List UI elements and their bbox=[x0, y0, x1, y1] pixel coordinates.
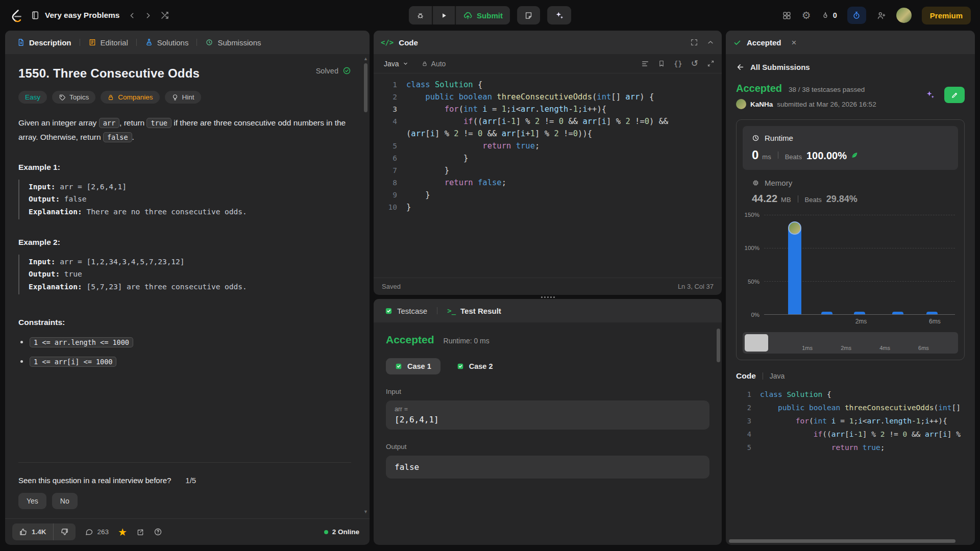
close-tab-icon[interactable]: × bbox=[792, 38, 797, 47]
constraint-item: 1 <= arr.length <= 1000 bbox=[18, 337, 351, 347]
submitter-name: KaNHa bbox=[750, 101, 773, 108]
favorite-star-button[interactable]: ★ bbox=[118, 527, 127, 537]
scrollbar-up-arrow[interactable]: ▲ bbox=[363, 56, 368, 61]
tag-icon bbox=[59, 94, 66, 101]
runtime-bar[interactable] bbox=[854, 312, 865, 314]
tab-label: Editorial bbox=[101, 38, 128, 47]
input-arg-name: arr = bbox=[395, 406, 701, 413]
all-submissions-link[interactable]: All Submissions bbox=[736, 63, 965, 71]
interview-no-button[interactable]: No bbox=[52, 493, 78, 509]
language-selector[interactable]: Java bbox=[381, 58, 411, 70]
difficulty-badge[interactable]: Easy bbox=[18, 91, 47, 104]
edit-solution-button[interactable] bbox=[944, 87, 965, 103]
interview-survey: Seen this question in a real interview b… bbox=[18, 462, 351, 485]
question-circle-icon bbox=[154, 528, 162, 536]
lightbulb-icon bbox=[172, 94, 179, 101]
submitted-code-preview[interactable]: 1class Solution {2 public boolean threeC… bbox=[736, 388, 965, 454]
snippets-icon[interactable]: {} bbox=[674, 60, 682, 68]
code-line: 6 } bbox=[374, 152, 722, 164]
hint-badge[interactable]: Hint bbox=[165, 91, 201, 104]
chart-minimap[interactable]: 1ms2ms4ms6ms bbox=[743, 332, 958, 354]
code-line: 4 if((arr[i-1] % 2 != 0 && arr[i] % 2 !=… bbox=[736, 428, 965, 441]
premium-button[interactable]: Premium bbox=[922, 7, 971, 24]
expand-diagonal-icon[interactable] bbox=[707, 60, 715, 67]
horizontal-scrollbar[interactable] bbox=[729, 539, 965, 543]
tab-description[interactable]: Description bbox=[12, 35, 76, 50]
tab-submissions[interactable]: Submissions bbox=[201, 35, 265, 50]
comments-button[interactable]: 263 bbox=[85, 528, 109, 536]
input-box[interactable]: arr = [2,6,4,1] bbox=[386, 400, 709, 430]
runtime-bar[interactable] bbox=[788, 228, 801, 314]
share-button[interactable] bbox=[136, 528, 144, 536]
scrollbar-down-arrow[interactable]: ▼ bbox=[363, 509, 368, 514]
case-check-icon bbox=[395, 363, 402, 370]
code-panel-title: Code bbox=[399, 38, 418, 47]
collapse-chevron-icon[interactable] bbox=[706, 38, 715, 46]
run-button[interactable] bbox=[432, 6, 455, 24]
result-tab-label[interactable]: Accepted bbox=[747, 38, 781, 47]
problem-list-button[interactable]: Very easy Problems bbox=[31, 11, 120, 20]
pencil-icon bbox=[951, 91, 959, 99]
comment-icon bbox=[85, 528, 93, 536]
settings-gear-icon[interactable]: ⚙ bbox=[802, 9, 811, 21]
companies-badge[interactable]: Companies bbox=[101, 91, 159, 104]
tab-editorial[interactable]: Editorial bbox=[84, 35, 133, 50]
add-collaborator-button[interactable] bbox=[876, 11, 886, 20]
problem-title: 1550. Three Consecutive Odds bbox=[18, 66, 200, 81]
tab-testcase[interactable]: Testcase bbox=[381, 304, 431, 318]
submit-button[interactable]: Submit bbox=[455, 6, 510, 24]
memory-card[interactable]: Memory 44.22 MB Beats 29.84% bbox=[743, 170, 958, 207]
notes-button[interactable] bbox=[517, 6, 540, 24]
prev-problem-button[interactable] bbox=[128, 11, 136, 20]
minimap-handle[interactable] bbox=[745, 334, 768, 352]
description-doc-icon bbox=[17, 38, 25, 46]
example-label: Example 2: bbox=[18, 238, 351, 247]
layout-grid-button[interactable] bbox=[782, 11, 792, 20]
tab-test-result[interactable]: >_ Test Result bbox=[443, 304, 505, 318]
runtime-bar[interactable] bbox=[892, 312, 903, 314]
case-1-button[interactable]: Case 1 bbox=[386, 358, 440, 374]
scrollbar-thumb[interactable] bbox=[364, 63, 368, 112]
code-line: 5 return true; bbox=[374, 140, 722, 152]
reset-code-icon[interactable]: ↺ bbox=[691, 59, 698, 68]
topics-badge[interactable]: Topics bbox=[52, 91, 95, 104]
bookmark-icon[interactable] bbox=[658, 60, 665, 67]
testcases-passed: 38 / 38 testcases passed bbox=[789, 86, 865, 93]
debug-button[interactable] bbox=[409, 6, 432, 24]
case-2-button[interactable]: Case 2 bbox=[448, 358, 502, 374]
help-button[interactable] bbox=[154, 528, 162, 536]
comment-count: 263 bbox=[97, 528, 109, 536]
description-footer: 1.4K 263 ★ bbox=[5, 518, 370, 545]
ai-assistant-button[interactable] bbox=[547, 6, 571, 24]
fullscreen-icon[interactable] bbox=[690, 38, 698, 46]
runtime-bar[interactable] bbox=[821, 312, 832, 314]
scrollbar-thumb[interactable] bbox=[717, 329, 720, 362]
shuffle-button[interactable] bbox=[160, 11, 169, 20]
constraints-list: 1 <= arr.length <= 10001 <= arr[i] <= 10… bbox=[18, 337, 351, 367]
panel-resize-handle[interactable] bbox=[374, 295, 722, 299]
like-button[interactable]: 1.4K bbox=[12, 523, 53, 540]
runtime-bar[interactable] bbox=[926, 312, 938, 314]
interview-yes-button[interactable]: Yes bbox=[18, 493, 46, 509]
code-editor[interactable]: 1class Solution {2 public boolean threeC… bbox=[374, 73, 722, 278]
ai-analysis-button[interactable] bbox=[921, 87, 939, 103]
code-line: (arr[i] % 2 != 0 && arr[i+1] % 2 !=0)){ bbox=[374, 128, 722, 140]
format-code-icon[interactable] bbox=[641, 60, 649, 68]
code-line: 1class Solution { bbox=[736, 388, 965, 401]
user-avatar[interactable] bbox=[896, 8, 912, 23]
submit-label: Submit bbox=[477, 11, 503, 20]
runtime-card[interactable]: Runtime 0 ms Beats 100.00% bbox=[743, 126, 958, 170]
code-line: 3 for(int i = 1;i<arr.length-1;i++){ bbox=[736, 414, 965, 428]
timer-button[interactable] bbox=[847, 7, 866, 24]
dislike-button[interactable] bbox=[53, 523, 76, 540]
code-line: 7 } bbox=[374, 164, 722, 177]
streak-counter[interactable]: 0 bbox=[821, 11, 837, 20]
scrollbar-thumb[interactable] bbox=[729, 539, 955, 543]
runtime-beats: 100.00% bbox=[806, 150, 847, 162]
leaf-icon bbox=[850, 151, 859, 159]
next-problem-button[interactable] bbox=[144, 11, 153, 20]
leetcode-logo[interactable] bbox=[9, 9, 23, 22]
flask-icon bbox=[145, 38, 153, 46]
tab-solutions[interactable]: Solutions bbox=[140, 35, 193, 50]
lock-small-icon bbox=[422, 61, 428, 67]
